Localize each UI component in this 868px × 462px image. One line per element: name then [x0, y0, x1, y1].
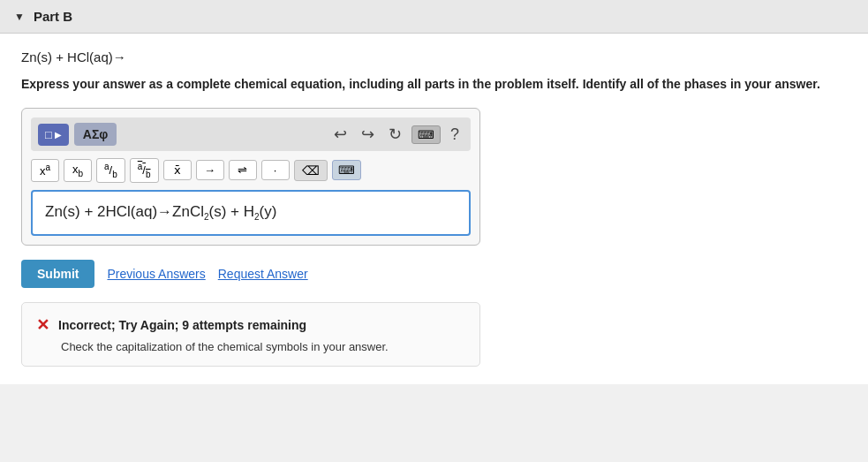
collapse-icon[interactable]: ▼	[14, 11, 25, 23]
feedback-header: ✕ Incorrect; Try Again; 9 attempts remai…	[36, 315, 465, 335]
feedback-body: Check the capitalization of the chemical…	[61, 340, 465, 353]
delete-button[interactable]: ⌫	[294, 160, 328, 181]
main-content: Zn(s) + HCl(aq)→ Express your answer as …	[0, 34, 868, 384]
feedback-title: Incorrect; Try Again; 9 attempts remaini…	[58, 318, 306, 332]
math-editor: □ ▶ ΑΣφ ↩ ↪ ↻ ⌨ ? xa xb a/b a/b x̄ → ⇌ ·…	[21, 108, 480, 246]
redo-button[interactable]: ↪	[357, 123, 379, 146]
equation-display: Zn(s) + HCl(aq)→	[21, 49, 847, 64]
superscript-button[interactable]: xa	[31, 159, 59, 181]
part-title: Part B	[34, 9, 72, 24]
dot-button[interactable]: ·	[261, 160, 290, 180]
xbar-button[interactable]: x̄	[163, 160, 192, 180]
fraction-display-button[interactable]: a/b	[130, 158, 159, 183]
alpha-sigma-button[interactable]: ΑΣφ	[74, 123, 117, 146]
part-header: ▼ Part B	[0, 0, 868, 34]
answer-input[interactable]: Zn(s) + 2HCl(aq)→ZnCl2(s) + H2(y)	[31, 190, 471, 236]
instruction-text: Express your answer as a complete chemic…	[21, 75, 834, 94]
template-button[interactable]: □ ▶	[38, 124, 69, 146]
feedback-box: ✕ Incorrect; Try Again; 9 attempts remai…	[21, 302, 480, 367]
keyboard-toggle-button[interactable]: ⌨	[411, 125, 441, 144]
arrow-button[interactable]: →	[196, 160, 224, 180]
subscript-button[interactable]: xb	[64, 159, 92, 182]
template-arrow-icon: ▶	[55, 130, 62, 140]
request-answer-button[interactable]: Request Answer	[218, 267, 308, 281]
toolbar-row1: □ ▶ ΑΣφ ↩ ↪ ↻ ⌨ ?	[31, 117, 471, 151]
incorrect-icon: ✕	[36, 315, 49, 335]
keyboard-button[interactable]: ⌨	[332, 160, 361, 180]
fraction-ab-button[interactable]: a/b	[96, 158, 125, 183]
previous-answers-button[interactable]: Previous Answers	[107, 267, 205, 281]
help-button[interactable]: ?	[446, 124, 464, 146]
submit-row: Submit Previous Answers Request Answer	[21, 260, 847, 288]
toolbar-row2: xa xb a/b a/b x̄ → ⇌ · ⌫ ⌨	[31, 158, 471, 183]
submit-button[interactable]: Submit	[21, 260, 94, 288]
template-icon: □	[45, 128, 52, 141]
undo-button[interactable]: ↩	[329, 123, 351, 146]
answer-content: Zn(s) + 2HCl(aq)→ZnCl2(s) + H2(y)	[45, 203, 276, 222]
equilibrium-button[interactable]: ⇌	[229, 160, 257, 180]
refresh-button[interactable]: ↻	[384, 123, 406, 146]
